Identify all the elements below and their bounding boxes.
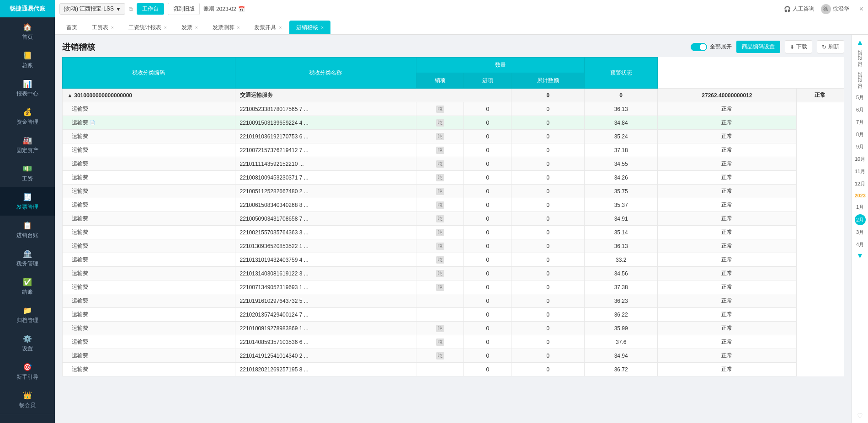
table-row[interactable]: 运输费2210182021269257195 8 ...0036.72正常 [63,363,844,376]
sidebar-item-tax[interactable]: 🏦 税务管理 [0,244,55,272]
month-6[interactable]: 6月 [854,105,867,115]
refresh-icon: ↻ [822,44,826,50]
sidebar-item-archive[interactable]: 📁 归档管理 [0,301,55,329]
col-purchase-header: 进项 [464,73,511,89]
sidebar-item-member[interactable]: 👑 畅会员 [0,386,55,414]
cell-tag: 吨 [416,102,463,116]
cell-purchase: 0 [511,198,585,212]
cell-name: 运输费 [63,349,235,363]
sidebar-item-invoice[interactable]: 🧾 发票管理 [0,187,55,216]
panel-up-arrow[interactable]: ▲ [857,38,864,47]
settle-icon: ✅ [23,278,32,286]
table-row[interactable]: 运输费2210191036192170753 6 ...吨0035.24正常 [63,130,844,143]
app-logo: 畅捷通易代账 [0,0,55,17]
unpin-button[interactable]: ◀◀ 取消固定 [0,419,55,423]
table-container: 税收分类编码 税收分类名称 数量 预警状态 销项 进项 累计数额 ▲ 30100… [55,57,852,423]
month-7[interactable]: 7月 [854,117,867,127]
month-10[interactable]: 10月 [854,154,867,164]
tab-inout-check[interactable]: 进销稽核 × [289,21,330,34]
tab-close-icon[interactable]: × [164,25,167,30]
sidebar-item-inout[interactable]: 📋 进销台账 [0,216,55,244]
cell-purchase: 0 [511,226,585,239]
cell-invoice-code: 2210091503139659224 4 ... [235,116,416,130]
close-button[interactable]: × [859,5,863,13]
table-row[interactable]: 运输费2210050903431708658 7 ...吨0034.91正常 [63,212,844,226]
table-row[interactable]: 运输费2210081009453230371 7 ...吨0034.26正常 [63,171,844,185]
table-row[interactable]: 运输费2210131403081619122 3 ...吨0034.56正常 [63,267,844,280]
tab-close-icon[interactable]: × [237,25,240,30]
col-code-header: 税收分类编码 [63,58,235,89]
tab-invoice[interactable]: 发票 × [175,21,205,34]
sidebar-item-asset[interactable]: 🏭 固定资产 [0,131,55,159]
month-9[interactable]: 9月 [854,142,867,152]
tab-close-icon[interactable]: × [195,25,198,30]
user-menu[interactable]: 徐 徐澄华 [821,4,849,14]
cell-status: 正常 [658,143,797,157]
download-button[interactable]: ⬇ 下载 [785,40,812,53]
sidebar-item-settings[interactable]: ⚙️ 设置 [0,329,55,357]
tab-close-icon[interactable]: × [279,25,282,30]
table-row[interactable]: 运输费 📄2210091503139659224 4 ...吨0034.84正常 [63,116,844,130]
sidebar-item-report[interactable]: 📊 报表中心 [0,74,55,102]
cell-invoice-code: 2210182021269257195 8 ... [235,363,416,376]
sidebar-item-home[interactable]: 🏠 首页 [0,17,55,46]
table-row[interactable]: 运输费2210100919278983869 1 ...吨0035.99正常 [63,322,844,335]
company-selector[interactable]: (勿动) 江西报宝-LSS ▼ [59,3,125,15]
cell-name: 运输费 [63,185,235,198]
table-row[interactable]: 运输费2210201357429400124 7 ...0036.22正常 [63,308,844,322]
month-1[interactable]: 1月 [854,202,867,212]
topbar: (勿动) 江西报宝-LSS ▼ ⧉ 工作台 切到旧版 账期 2023-02 📅 … [55,0,868,18]
tab-home[interactable]: 首页 [59,21,84,34]
tab-invoice-open[interactable]: 发票开具 × [247,21,288,34]
panel-down-arrow[interactable]: ▼ [857,252,864,260]
table-row[interactable]: ▲ 3010000000000000000交通运输服务0027262.40000… [63,89,844,102]
month-2-current[interactable]: 2月 [855,214,866,225]
tab-close-icon[interactable]: × [321,25,324,30]
table-row[interactable]: 运输费2210061508340340268 8 ...吨0035.37正常 [63,198,844,212]
month-3[interactable]: 3月 [854,227,867,238]
tab-invoice-calc[interactable]: 发票测算 × [206,21,247,34]
table-row[interactable]: 运输费2210021557035764363 3 ...吨0035.14正常 [63,226,844,239]
table-row[interactable]: 运输费2210051125282667480 2 ...吨0035.75正常 [63,185,844,198]
workspace-button[interactable]: 工作台 [137,3,164,15]
cell-amount: 35.37 [585,198,658,212]
commodity-code-settings-button[interactable]: 商品编码设置 [736,41,780,53]
sidebar-item-guide[interactable]: 🎯 新手引导 [0,357,55,386]
month-8[interactable]: 8月 [854,129,867,140]
table-row[interactable]: 运输费2210111143592152210 ...吨0034.55正常 [63,157,844,171]
tab-close-icon[interactable]: × [111,25,114,30]
table-row[interactable]: 运输费2210141912541014340 2 ...吨0034.94正常 [63,349,844,363]
switch-version-button[interactable]: 切到旧版 [168,3,200,15]
table-row[interactable]: 运输费2210071349052319693 1 ...吨0037.38正常 [63,280,844,294]
expand-toggle[interactable] [691,43,707,51]
refresh-label: 刷新 [828,43,839,51]
calendar-icon[interactable]: 📅 [238,6,245,12]
table-row[interactable]: 运输费2210131019432403759 4 ...吨0033.2正常 [63,253,844,267]
content-main: 进销稽核 全部展开 商品编码设置 ⬇ 下载 ↻ 刷新 [55,35,852,423]
service-button[interactable]: 🎧 人工咨询 [784,5,815,13]
salary-icon: 💵 [23,164,32,173]
refresh-button[interactable]: ↻ 刷新 [817,40,844,53]
month-5[interactable]: 5月 [854,92,867,103]
month-12[interactable]: 12月 [854,179,867,189]
table-row[interactable]: 运输费2210072157376219412 7 ...吨0037.18正常 [63,143,844,157]
tab-salary[interactable]: 工资表 × [85,21,121,34]
sidebar-item-salary[interactable]: 💵 工资 [0,159,55,187]
sidebar-item-label: 设置 [22,345,33,353]
table-row[interactable]: 运输费2210191610297643732 5 ...0036.23正常 [63,294,844,308]
copy-icon[interactable]: ⧉ [129,6,133,12]
table-row[interactable]: 运输费2210052338178017565 7 ...吨0036.13正常 [63,102,844,116]
col-amount-header: 累计数额 [511,73,585,89]
sidebar-item-settle[interactable]: ✅ 结账 [0,272,55,301]
month-11[interactable]: 11月 [854,166,867,177]
sidebar-item-fund[interactable]: 💰 资金管理 [0,102,55,131]
table-row[interactable]: 运输费2210130936520853522 1 ...吨0036.13正常 [63,239,844,253]
cell-tag: 吨 [416,267,463,280]
guide-icon: 🎯 [23,363,32,371]
tab-salary-stat[interactable]: 工资统计报表 × [122,21,174,34]
cell-status: 正常 [658,171,797,185]
month-4[interactable]: 4月 [854,239,867,250]
sidebar-item-ledger[interactable]: 📒 总账 [0,46,55,74]
tab-label: 发票开具 [254,24,276,32]
table-row[interactable]: 运输费2210140859357103536 6 ...吨0037.6正常 [63,335,844,349]
